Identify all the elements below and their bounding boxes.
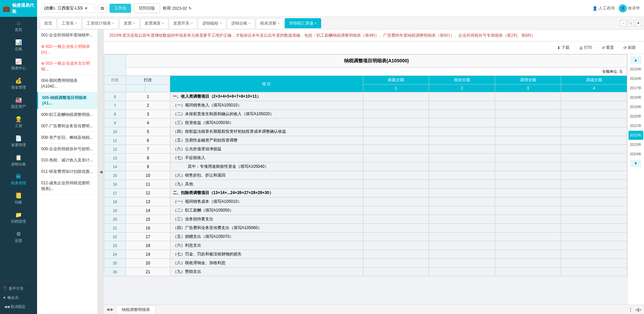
data-cell-2[interactable] <box>429 145 495 154</box>
data-cell-4[interactable] <box>561 119 627 127</box>
data-cell-2[interactable] <box>429 110 495 119</box>
year-item-0[interactable]: 2015年 <box>628 65 643 74</box>
tab-5[interactable]: 发票开具× <box>169 18 197 28</box>
sidebar-item-11[interactable]: ⚙设置 <box>0 227 37 247</box>
sidebar-item-9[interactable]: 📒结账 <box>0 189 37 208</box>
data-cell-1[interactable] <box>363 215 429 224</box>
data-cell-1[interactable] <box>363 171 429 180</box>
tab-close-4[interactable]: × <box>162 22 164 25</box>
data-cell-2[interactable] <box>429 136 495 145</box>
member[interactable]: ★ 畅会员 <box>1 293 36 302</box>
data-cell-1[interactable] <box>363 136 429 145</box>
data-cell-4[interactable] <box>561 189 627 197</box>
company-selector[interactable]: (勿删）江西股宝-LSS ▼ <box>41 4 95 13</box>
data-cell-2[interactable] <box>429 206 495 215</box>
sidebar-item-6[interactable]: 📄发票管理 <box>0 132 37 151</box>
tab-close-8[interactable]: × <box>278 22 280 25</box>
data-cell-3[interactable] <box>495 154 561 162</box>
data-cell-3[interactable] <box>495 110 561 119</box>
data-cell-3[interactable] <box>495 206 561 215</box>
tab-close-9[interactable]: × <box>315 22 317 25</box>
close-button[interactable]: ✕ <box>635 20 641 26</box>
data-cell-3[interactable] <box>495 232 561 241</box>
sidebar-item-1[interactable]: 📊总账 <box>0 36 37 55</box>
data-cell-4[interactable] <box>561 162 627 171</box>
data-cell-1[interactable] <box>363 268 429 276</box>
sidebar-item-0[interactable]: ⌂首页 <box>0 17 37 36</box>
data-cell-3[interactable] <box>495 119 561 127</box>
sidebar-item-8[interactable]: 🏛税务管理 <box>0 170 37 189</box>
data-cell-2[interactable] <box>429 189 495 197</box>
tab-0[interactable]: 首页 <box>40 18 57 28</box>
restore-button[interactable]: □ <box>628 20 634 26</box>
year-item-9[interactable]: 2024年 <box>628 150 643 159</box>
data-cell-4[interactable] <box>561 250 627 259</box>
data-cell-4[interactable] <box>561 268 627 276</box>
data-cell-3[interactable] <box>495 259 561 268</box>
year-item-7[interactable]: 2022年 <box>628 131 643 140</box>
print-button[interactable]: 🖨 打印 <box>576 43 595 52</box>
data-cell-4[interactable] <box>561 197 627 206</box>
sidebar-item-4[interactable]: 🏭固定资产 <box>0 93 37 113</box>
data-cell-2[interactable] <box>429 127 495 136</box>
left-nav-item-7[interactable]: 008-资产折旧、摊销及纳税... <box>37 132 97 144</box>
data-cell-3[interactable] <box>495 101 561 110</box>
data-cell-3[interactable] <box>495 189 561 197</box>
left-nav-item-6[interactable]: 007-广告费和业务宣传费明... <box>37 121 97 132</box>
data-cell-3[interactable] <box>495 241 561 250</box>
data-cell-3[interactable] <box>495 127 561 136</box>
tab-close-1[interactable]: × <box>75 22 77 25</box>
minimize-button[interactable]: － <box>620 20 626 26</box>
tab-7[interactable]: 进销台账× <box>227 18 255 28</box>
data-cell-2[interactable] <box>429 232 495 241</box>
data-cell-4[interactable] <box>561 145 627 154</box>
data-cell-2[interactable] <box>429 92 495 101</box>
data-cell-1[interactable] <box>363 127 429 136</box>
sidebar-item-2[interactable]: 📈报表中心 <box>0 55 37 74</box>
left-nav-item-5[interactable]: 006-职工薪酬纳税调整明细... <box>37 109 97 121</box>
download-button[interactable]: ⬇ 下载 <box>554 43 572 52</box>
left-nav-item-3[interactable]: 004-期间费用明细表(A1040... <box>37 75 97 92</box>
data-cell-1[interactable] <box>363 197 429 206</box>
tab-close-3[interactable]: × <box>133 22 135 25</box>
data-cell-1[interactable] <box>363 162 429 171</box>
tab-9[interactable]: 所得税汇算缴× <box>285 18 321 28</box>
data-cell-1[interactable] <box>363 119 429 127</box>
data-cell-4[interactable] <box>561 136 627 145</box>
data-cell-2[interactable] <box>429 259 495 268</box>
sidebar-item-3[interactable]: 💰资金管理 <box>0 74 37 93</box>
data-cell-2[interactable] <box>429 154 495 162</box>
data-cell-1[interactable] <box>363 189 429 197</box>
left-nav-item-11[interactable]: 012-减免企业所得税优惠明细表(... <box>37 178 97 195</box>
data-cell-4[interactable] <box>561 224 627 232</box>
sidebar-item-5[interactable]: 👷工资 <box>0 113 37 132</box>
data-cell-2[interactable] <box>429 180 495 189</box>
new-user-guide[interactable]: ❓ 新手引导 <box>1 284 36 293</box>
tab-close-5[interactable]: × <box>191 22 193 25</box>
workbench-button[interactable]: 工作台 <box>110 4 131 13</box>
data-cell-1[interactable] <box>363 250 429 259</box>
data-cell-2[interactable] <box>429 268 495 276</box>
nav-right-icon[interactable]: ▶ <box>111 307 113 312</box>
data-cell-2[interactable] <box>429 171 495 180</box>
data-cell-3[interactable] <box>495 215 561 224</box>
left-nav-item-4[interactable]: 005-纳税调整项目明细表(A1... <box>37 92 97 109</box>
year-item-5[interactable]: 2020年 <box>628 112 643 121</box>
data-cell-4[interactable] <box>561 180 627 189</box>
left-nav-item-10[interactable]: 011-研发费用加计扣除优惠... <box>37 166 97 178</box>
year-down-button[interactable]: ▼ <box>631 160 641 167</box>
left-nav-item-2[interactable]: 003-一般企业成本支出明细... <box>37 58 97 75</box>
data-cell-4[interactable] <box>561 154 627 162</box>
data-cell-1[interactable] <box>363 232 429 241</box>
left-nav-item-1[interactable]: 002-一般企业收入明细表(A1... <box>37 41 97 58</box>
data-cell-2[interactable] <box>429 250 495 259</box>
data-cell-4[interactable] <box>561 259 627 268</box>
data-cell-1[interactable] <box>363 224 429 232</box>
refresh-button[interactable]: ⟳ 刷新 <box>621 43 639 52</box>
old-version-button[interactable]: 切到旧版 <box>134 3 160 13</box>
tab-close-7[interactable]: × <box>249 22 251 25</box>
period-edit-icon[interactable]: ✎ <box>188 6 192 11</box>
data-cell-4[interactable] <box>561 241 627 250</box>
sidebar-item-10[interactable]: 📁归档管理 <box>0 208 37 227</box>
pin-button[interactable]: ◀◀ 取消固定 <box>1 302 36 311</box>
